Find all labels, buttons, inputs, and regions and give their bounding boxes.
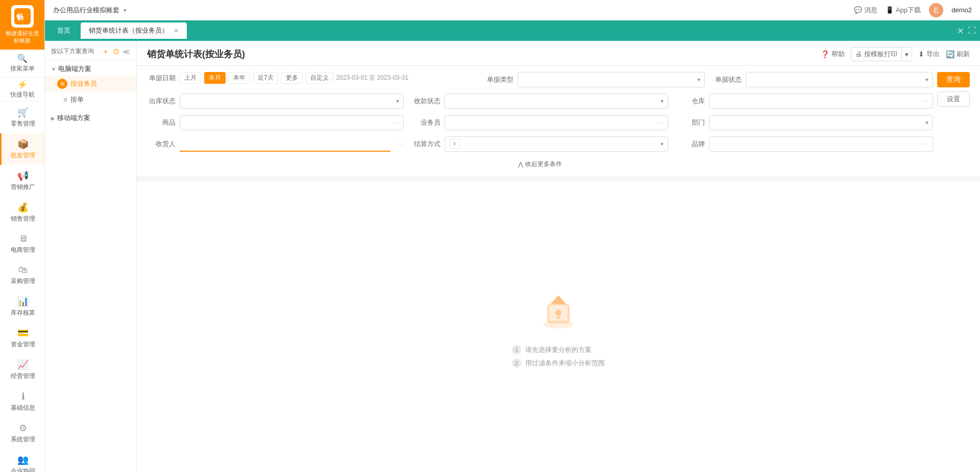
doc-status-label: 单据状态 (713, 75, 742, 84)
doc-status-arrow: ▾ (925, 76, 928, 83)
payment-tag-close[interactable]: × (453, 140, 456, 148)
payment-arrow: ▾ (660, 140, 664, 148)
date-label: 单据日期 (147, 74, 176, 83)
out-status-select[interactable]: ▾ (180, 93, 404, 109)
recipient-input[interactable] (180, 136, 390, 152)
date-btn-this-month[interactable]: 本月 (204, 72, 226, 84)
export-btn[interactable]: ⬇ 导出 (918, 50, 940, 59)
collapse-icon: ⋀ (518, 161, 523, 168)
filter-row-4: 收货人 ··· 结算方式 × (147, 136, 933, 152)
basic-icon: ℹ (21, 391, 25, 402)
sidebar-item-sales[interactable]: 💰 销售管理 (0, 197, 44, 228)
doc-status-select[interactable]: ▾ (746, 72, 933, 87)
scheme-desktop-header[interactable]: ▼ 电脑端方案 (45, 62, 136, 76)
tab-home[interactable]: 首页 (49, 22, 79, 39)
warehouse-select[interactable]: ··· (709, 93, 933, 109)
payment-tag: × (449, 139, 460, 149)
logo-text: 畅捷通好生意 标账版 (6, 30, 39, 44)
sidebar-item-retail[interactable]: 🛒 零售管理 (0, 102, 44, 133)
svg-marker-5 (551, 295, 566, 304)
sidebar-menu: 🛒 零售管理 📦 批发管理 📢 营销推广 💰 销售管理 🖥 电商管理 🛍 采购管… (0, 102, 44, 472)
scheme-settings-btn[interactable]: ⊙ (113, 48, 119, 56)
sidebar-item-basic-label: 基础信息 (11, 404, 35, 412)
message-icon: 💬 (854, 6, 862, 14)
brand-field: 品牌 ··· (676, 136, 933, 152)
sidebar-item-operations[interactable]: 📈 经营管理 (0, 354, 44, 386)
warehouse-label: 仓库 (676, 97, 705, 106)
print-dropdown-btn[interactable]: ▾ (902, 49, 912, 60)
help-label: 帮助 (831, 50, 845, 59)
scheme-mobile-header[interactable]: ▶ 移动端方案 (45, 111, 136, 125)
sidebar-item-purchase-label: 采购管理 (11, 277, 35, 286)
out-status-label: 出库状态 (147, 97, 176, 106)
date-btn-last-month[interactable]: 上月 (180, 72, 201, 84)
scheme-collapse-btn[interactable]: ≪ (122, 48, 130, 56)
doc-type-field: 单据类型 ▾ (485, 72, 705, 87)
warehouse-field: 仓库 ··· (676, 93, 933, 109)
sidebar-item-inventory-label: 库存核算 (11, 309, 35, 317)
salesman-select[interactable]: ··· (445, 115, 669, 130)
sidebar-item-purchase[interactable]: 🛍 采购管理 (0, 259, 44, 291)
user-avatar[interactable]: E (929, 3, 943, 17)
date-btn-custom[interactable]: 自定义 (306, 72, 333, 84)
collapse-bar[interactable]: ⋀ 收起更多条件 (147, 158, 933, 171)
doc-status-field: 单据状态 ▾ (713, 72, 933, 87)
app-download-btn[interactable]: 📱 App下载 (886, 6, 921, 15)
scheme-desktop-section: ▼ 电脑端方案 按 按业务员 ≡ 按单 (45, 60, 136, 109)
filter-row-1: 单据日期 上月 本月 本年 近7天 更多 自定义 2023-03-01 至 20… (147, 72, 933, 87)
print-btn[interactable]: 🖨 按模板打印 (851, 48, 902, 61)
scheme-item-salesman[interactable]: 按 按业务员 (45, 76, 136, 92)
tab-close-all-btn[interactable]: ✕ (957, 26, 964, 36)
refresh-icon: 🔄 (946, 50, 954, 58)
sidebar-item-marketing[interactable]: 📢 营销推广 (0, 165, 44, 197)
date-btn-more[interactable]: 更多 (281, 72, 303, 84)
sidebar-item-inventory[interactable]: 📊 库存核算 (0, 291, 44, 322)
sidebar-item-wholesale[interactable]: 📦 批发管理 (0, 133, 44, 165)
help-btn[interactable]: ❓ 帮助 (821, 50, 845, 59)
recipient-dots[interactable]: ··· (397, 139, 403, 149)
search-menu[interactable]: 🔍 搜索菜单 (0, 50, 44, 78)
filter-fields: 单据日期 上月 本月 本年 近7天 更多 自定义 2023-03-01 至 20… (147, 72, 933, 171)
retail-icon: 🛒 (17, 107, 29, 118)
brand-dots[interactable]: ··· (922, 139, 928, 149)
dept-select[interactable]: ▾ (709, 115, 933, 130)
goods-select[interactable]: ··· (180, 115, 404, 130)
scheme-add-btn[interactable]: ＋ (102, 48, 110, 56)
scheme-desktop-arrow: ▼ (51, 66, 56, 72)
message-btn[interactable]: 💬 消息 (854, 6, 877, 15)
sidebar-item-ecommerce[interactable]: 🖥 电商管理 (0, 228, 44, 259)
date-btn-this-year[interactable]: 本年 (229, 72, 250, 84)
user-name[interactable]: demo2 (951, 6, 972, 14)
sidebar-item-finance[interactable]: 💳 资金管理 (0, 322, 44, 354)
query-btn[interactable]: 查询 (937, 72, 970, 87)
scheme-sub-order-icon: ≡ (63, 96, 67, 104)
sidebar-item-system[interactable]: ⚙ 系统管理 (0, 417, 44, 449)
date-btn-7days[interactable]: 近7天 (253, 72, 278, 84)
date-options: 上月 本月 本年 近7天 更多 自定义 2023-03-01 至 2023-03… (180, 72, 408, 84)
company-dropdown-btn[interactable]: ▾ (124, 7, 127, 14)
payment-select[interactable]: × ▾ (445, 136, 669, 152)
sidebar-item-ecommerce-label: 电商管理 (11, 246, 35, 254)
sidebar-item-basic[interactable]: ℹ 基础信息 (0, 386, 44, 417)
tab-sales-report[interactable]: 销货单统计表（按业务员） ✕ (81, 22, 187, 39)
tab-maximize-btn[interactable]: ⛶ (968, 26, 976, 36)
goods-dots[interactable]: ··· (392, 118, 399, 127)
logo[interactable]: 畅 畅捷通好生意 标账版 (0, 0, 44, 50)
goods-field: 商品 ··· (147, 115, 404, 130)
scheme-sub-item-order[interactable]: ≡ 按单 (45, 92, 136, 107)
salesman-dots[interactable]: ··· (657, 118, 664, 127)
page-title: 销货单统计表(按业务员) (147, 48, 245, 60)
receipt-status-field: 收款状态 ▾ (412, 93, 669, 109)
salesman-field: 业务员 ··· (412, 115, 669, 130)
brand-select[interactable]: ··· (709, 136, 933, 152)
quick-nav[interactable]: ⚡ 快捷导航 (0, 78, 44, 102)
doc-type-select[interactable]: ▾ (518, 72, 705, 87)
warehouse-dots[interactable]: ··· (922, 97, 928, 106)
setting-btn[interactable]: 设置 (937, 91, 970, 107)
empty-tip-1: 1 请先选择要分析的方案 (512, 345, 605, 355)
refresh-btn[interactable]: 🔄 刷新 (946, 50, 970, 59)
tab-close-btn[interactable]: ✕ (174, 27, 179, 34)
logo-icon: 畅 (11, 5, 34, 28)
sidebar-item-enterprise[interactable]: 👥 企业协同 (0, 449, 44, 472)
receipt-status-select[interactable]: ▾ (445, 93, 669, 109)
